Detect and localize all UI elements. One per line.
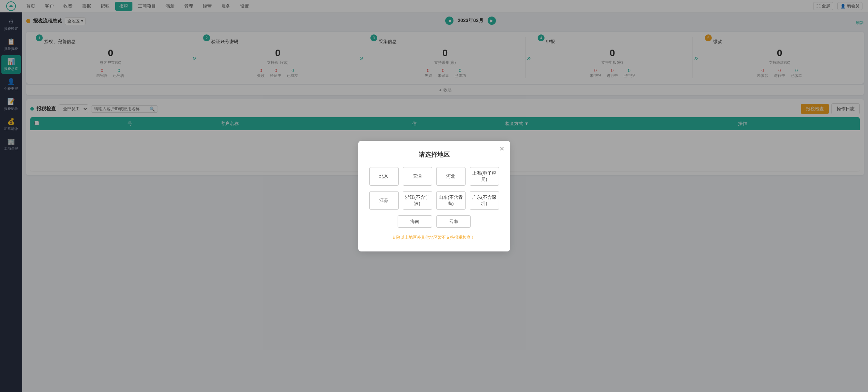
dialog-title: 请选择地区	[369, 151, 499, 159]
region-row-1: 北京 天津 河北 上海(电子税局)	[369, 167, 499, 186]
dialog-close-button[interactable]: ✕	[499, 146, 505, 152]
dialog-warning: ℹ 除以上地区外其他地区暂不支持报税检查！	[369, 235, 499, 240]
region-btn-shandong[interactable]: 山东(不含青岛)	[436, 191, 466, 210]
region-btn-hebei[interactable]: 河北	[436, 167, 466, 186]
region-btn-zhejiang[interactable]: 浙江(不含宁波)	[403, 191, 432, 210]
region-btn-yunnan[interactable]: 云南	[436, 215, 471, 228]
region-btn-jiangsu[interactable]: 江苏	[369, 191, 399, 210]
region-row-2: 江苏 浙江(不含宁波) 山东(不含青岛) 广东(不含深圳)	[369, 191, 499, 210]
region-btn-tianjin[interactable]: 天津	[403, 167, 432, 186]
region-btn-beijing[interactable]: 北京	[369, 167, 399, 186]
region-row-3: 海南 云南	[369, 215, 499, 228]
region-btn-hainan[interactable]: 海南	[398, 215, 432, 228]
region-btn-guangdong[interactable]: 广东(不含深圳)	[470, 191, 499, 210]
warning-text: 除以上地区外其他地区暂不支持报税检查！	[396, 235, 475, 240]
dialog-backdrop[interactable]: ✕ 请选择地区 北京 天津 河北 上海(电子税局) 江苏 浙江(不含宁波) 山东…	[0, 0, 868, 392]
region-btn-shanghai[interactable]: 上海(电子税局)	[470, 167, 499, 186]
region-select-dialog: ✕ 请选择地区 北京 天津 河北 上海(电子税局) 江苏 浙江(不含宁波) 山东…	[358, 141, 510, 251]
warning-icon: ℹ	[393, 235, 395, 240]
